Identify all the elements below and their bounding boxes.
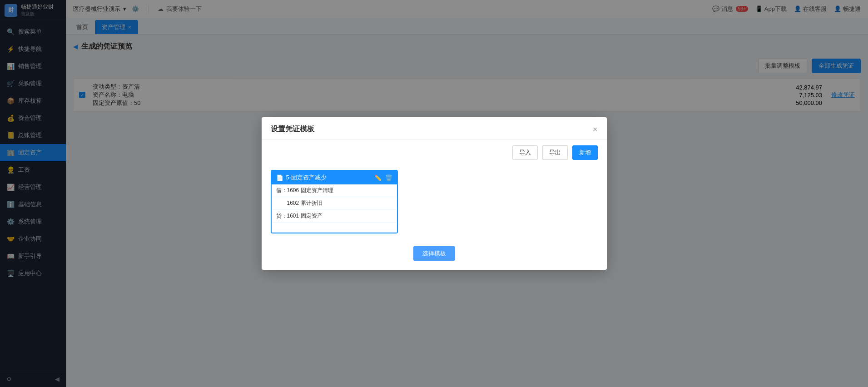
new-btn[interactable]: 新增 [572, 145, 598, 160]
template-debit-row-2: 1602 累计折旧 [272, 197, 397, 210]
template-credit-label-1: 贷：1601 固定资产 [276, 212, 322, 220]
voucher-template-modal: 设置凭证模板 × 导入 导出 新增 📄 5-固定资产减少 ✏️ 🗑️ [262, 117, 607, 270]
modal-header: 设置凭证模板 × [262, 117, 607, 140]
modal-toolbar: 导入 导出 新增 [262, 140, 607, 165]
template-card-actions: ✏️ 🗑️ [374, 174, 392, 181]
template-credit-row-1: 贷：1601 固定资产 [272, 210, 397, 223]
template-card[interactable]: 📄 5-固定资产减少 ✏️ 🗑️ 借：1606 固定资产清理 1602 累计折旧 [271, 170, 398, 233]
modal-title: 设置凭证模板 [271, 124, 314, 134]
modal-overlay: 设置凭证模板 × 导入 导出 新增 📄 5-固定资产减少 ✏️ 🗑️ [0, 0, 868, 387]
modal-close-btn[interactable]: × [593, 125, 598, 134]
import-btn[interactable]: 导入 [512, 145, 538, 160]
select-template-btn[interactable]: 选择模板 [413, 246, 455, 261]
template-delete-btn[interactable]: 🗑️ [385, 174, 392, 181]
template-icon: 📄 [276, 174, 283, 181]
template-debit-label-2: 1602 累计折旧 [276, 199, 322, 207]
modal-body: 📄 5-固定资产减少 ✏️ 🗑️ 借：1606 固定资产清理 1602 累计折旧 [262, 165, 607, 270]
template-card-body: 借：1606 固定资产清理 1602 累计折旧 贷：1601 固定资产 [272, 184, 397, 233]
template-name: 5-固定资产减少 [286, 174, 327, 182]
template-debit-row-1: 借：1606 固定资产清理 [272, 184, 397, 197]
export-btn[interactable]: 导出 [542, 145, 568, 160]
template-debit-label-1: 借：1606 固定资产清理 [276, 187, 333, 194]
template-card-header: 📄 5-固定资产减少 ✏️ 🗑️ [272, 171, 397, 184]
template-edit-btn[interactable]: ✏️ [374, 174, 382, 181]
template-empty-row [272, 223, 397, 233]
